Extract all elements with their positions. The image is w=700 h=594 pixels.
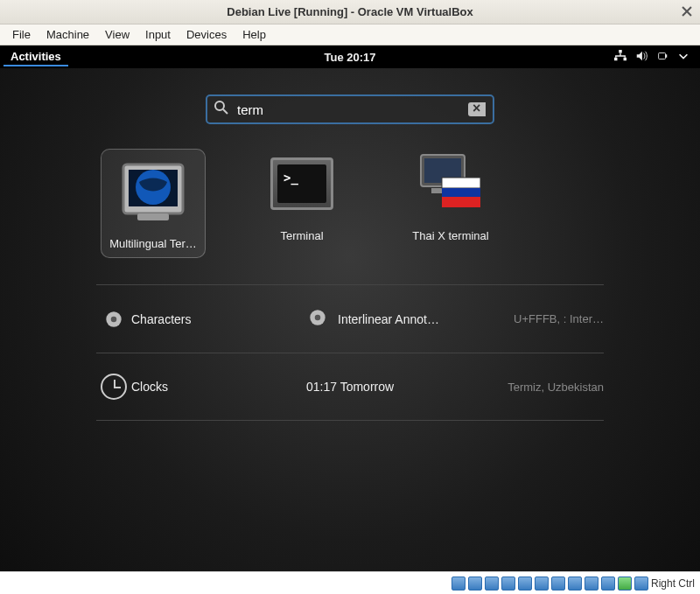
power-icon[interactable] [656, 50, 668, 65]
app-label: Multilingual Ter… [102, 237, 205, 250]
vb-title: Debian Live [Running] - Oracle VM Virtua… [227, 5, 472, 18]
clocks-result-row[interactable]: Clocks 01:17 Tomorrow Termiz, Uzbekistan [96, 353, 604, 421]
clocks-location: Termiz, Uzbekistan [508, 381, 604, 394]
annotation-icon [306, 306, 329, 332]
svg-rect-2 [624, 57, 627, 60]
close-icon[interactable] [681, 5, 693, 17]
app-label: Thai X terminal [398, 229, 503, 242]
svg-rect-1 [614, 57, 618, 60]
characters-result-row[interactable]: Characters Interlinear Annot… U+FFFB, ￻:… [96, 284, 604, 353]
svg-rect-9 [137, 213, 169, 220]
menu-view[interactable]: View [98, 26, 136, 43]
volume-icon[interactable] [635, 50, 648, 65]
status-indicator-icon[interactable] [634, 577, 648, 591]
guest-display: Activities Tue 20:17 [0, 45, 700, 571]
topbar-clock[interactable]: Tue 20:17 [324, 51, 375, 64]
app-multilingual-terminal[interactable]: Multilingual Ter… [101, 149, 206, 258]
status-indicator-icon[interactable] [485, 577, 499, 591]
search-icon [214, 101, 228, 118]
status-indicator-icon[interactable] [518, 577, 532, 591]
status-indicator-icon[interactable] [551, 577, 565, 591]
network-icon[interactable] [614, 50, 626, 65]
menu-help[interactable]: Help [235, 26, 273, 43]
clock-icon [96, 374, 131, 400]
clocks-time: 01:17 Tomorrow [306, 380, 394, 394]
status-indicator-icon[interactable] [584, 577, 598, 591]
status-indicator-icon[interactable] [618, 577, 632, 591]
search-box[interactable] [206, 94, 494, 124]
clocks-title: Clocks [131, 380, 306, 394]
svg-rect-13 [442, 178, 480, 188]
app-label: Terminal [249, 229, 354, 242]
app-terminal[interactable]: >_ Terminal [249, 149, 354, 258]
status-indicator-icon[interactable] [601, 577, 615, 591]
clear-search-icon[interactable] [468, 102, 486, 116]
status-indicator-icon[interactable] [568, 577, 582, 591]
chevron-down-icon[interactable] [677, 50, 690, 65]
svg-point-17 [111, 316, 117, 322]
host-key-label: Right Ctrl [651, 577, 695, 590]
characters-icon [96, 308, 131, 331]
svg-rect-0 [619, 50, 622, 53]
characters-title: Characters [131, 312, 306, 326]
characters-detail: U+FFFB, ￻: Inter… [514, 312, 604, 325]
svg-rect-3 [659, 52, 666, 59]
characters-match: Interlinear Annot… [338, 312, 439, 326]
status-indicator-icon[interactable] [468, 577, 482, 591]
svg-rect-14 [442, 188, 480, 197]
vb-menubar: File Machine View Input Devices Help [0, 24, 700, 45]
svg-point-19 [315, 315, 321, 321]
status-indicator-icon[interactable] [501, 577, 515, 591]
search-input[interactable] [237, 102, 459, 117]
menu-input[interactable]: Input [138, 26, 178, 43]
svg-rect-4 [666, 54, 668, 58]
activities-button[interactable]: Activities [4, 47, 68, 66]
status-indicator-icon[interactable] [452, 577, 466, 591]
app-thai-x-terminal[interactable]: Thai X terminal [398, 149, 503, 258]
vb-titlebar: Debian Live [Running] - Oracle VM Virtua… [0, 0, 700, 24]
svg-point-5 [215, 101, 224, 110]
menu-file[interactable]: File [5, 26, 38, 43]
menu-machine[interactable]: Machine [39, 26, 96, 43]
svg-rect-15 [442, 197, 480, 207]
menu-devices[interactable]: Devices [179, 26, 234, 43]
status-indicator-icon[interactable] [535, 577, 549, 591]
gnome-topbar: Activities Tue 20:17 [0, 45, 700, 68]
vb-statusbar: Right Ctrl [0, 571, 700, 594]
